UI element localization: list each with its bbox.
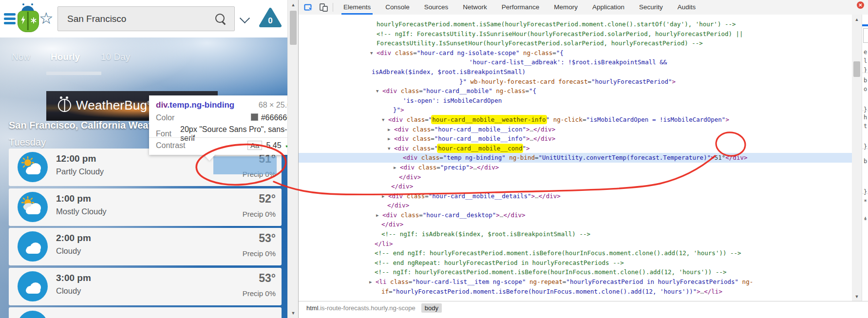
hamburger-menu-icon[interactable]: [4, 13, 17, 26]
dom-node-line[interactable]: 'is-open': isMobileCardOpen: [299, 96, 852, 106]
scroll-up-icon[interactable]: ▲: [288, 2, 299, 7]
dom-node-line[interactable]: ▼<div class="hour-card__mobile__cond">: [299, 144, 852, 153]
expand-arrow-icon[interactable]: ▶: [369, 278, 376, 287]
tab-10day[interactable]: 10 Day: [101, 52, 130, 62]
alert-triangle-icon[interactable]: 0: [259, 7, 282, 28]
alert-count: 0: [268, 16, 272, 25]
dom-node-line[interactable]: </div>: [299, 220, 852, 229]
collapse-arrow-icon[interactable]: ▼: [388, 144, 394, 154]
weatherbug-logo-icon[interactable]: [17, 4, 39, 32]
scroll-down-icon[interactable]: ▼: [288, 311, 299, 316]
dom-node-line[interactable]: ▼<div class="hour-card__mobile__weather-…: [299, 115, 852, 125]
devtools-scrollbar-thumb[interactable]: [853, 61, 860, 77]
favorite-star-icon[interactable]: ☆: [39, 9, 54, 28]
chevron-down-icon[interactable]: [240, 13, 250, 23]
tooltip-color-value: #666666: [251, 113, 287, 122]
hour-time: 12:00 pm: [56, 153, 96, 164]
dom-node-line[interactable]: }" wb-hourly-forecast-card forecast="hou…: [299, 77, 852, 87]
weatherbug-app: ☆ 0 Now Hourly 10 Day WeatherBug®: [0, 0, 287, 318]
tooltip-contrast-value: Aa5.45✓: [247, 141, 287, 150]
collapse-arrow-icon[interactable]: ▼: [382, 115, 388, 125]
dom-node-line[interactable]: ▼<div class="hour-card ng-isolate-scope"…: [299, 48, 852, 58]
active-tab-underline: [46, 72, 101, 75]
ladybug-icon: [58, 99, 71, 112]
search-input[interactable]: [66, 7, 214, 31]
breadcrumb-html[interactable]: html.is-route-forecasts.hourly.ng-scope: [306, 304, 415, 312]
expand-arrow-icon[interactable]: ▶: [388, 125, 394, 135]
dom-node-line[interactable]: 'hour-card-list__adbreak': !$root.isBrea…: [299, 57, 852, 67]
tab-now[interactable]: Now: [12, 52, 30, 62]
tooltip-caret: [204, 154, 215, 161]
tab-elements[interactable]: Elements: [343, 0, 371, 15]
dom-node-line[interactable]: </li>: [299, 239, 852, 249]
hour-card[interactable]: 1:00 pmMostly Cloudy52°Precip 0%: [9, 188, 282, 226]
expand-arrow-icon[interactable]: ▶: [376, 211, 382, 221]
collapse-arrow-icon[interactable]: ▼: [370, 49, 377, 58]
tab-audits[interactable]: Audits: [678, 0, 696, 15]
dom-node-line[interactable]: }">: [299, 105, 852, 115]
clipped-style-text: *: [864, 198, 867, 205]
style-rule-divider: [862, 111, 868, 111]
inspect-element-icon[interactable]: [303, 2, 314, 13]
tooltip-contrast-label: Contrast: [156, 141, 185, 150]
device-toolbar-icon[interactable]: [318, 2, 329, 13]
tooltip-selector: div.temp.ng-binding: [156, 100, 234, 110]
hour-condition: Cloudy: [56, 286, 81, 296]
hour-card[interactable]: [9, 307, 282, 318]
dom-node-line[interactable]: </div>: [299, 201, 852, 210]
clipped-style-text: o: [864, 86, 867, 93]
dom-node-line[interactable]: ▶<div class="hour-card__desktop">…</div>: [299, 210, 852, 220]
unknown-icon: [18, 311, 48, 318]
hour-card[interactable]: 3:00 pmCloudy53°Precip 0%: [9, 268, 282, 305]
search-icon[interactable]: [215, 14, 225, 23]
dom-node-line[interactable]: ▶<li class="hour-card-list__item ng-scop…: [299, 277, 852, 287]
scroll-up-icon[interactable]: ▲: [852, 17, 862, 22]
dom-node-line[interactable]: <!-- ngIf: ForecastsUtility.IsSunriseHou…: [299, 29, 852, 39]
dom-node-line[interactable]: ▼<div class="hour-card__mobile" ng-class…: [299, 86, 852, 96]
selected-dom-node[interactable]: <div class="temp ng-binding" ng-bind="Un…: [299, 153, 852, 163]
tab-console[interactable]: Console: [385, 0, 410, 15]
tab-performance[interactable]: Performance: [502, 0, 539, 15]
expand-arrow-icon[interactable]: ▶: [394, 163, 400, 173]
scroll-down-icon[interactable]: ▼: [852, 294, 862, 299]
tooltip-color-label: Color: [156, 113, 174, 122]
clipped-style-text: e: [864, 49, 867, 56]
dom-node-line[interactable]: isAdbreak($index, $root.isBreakpointSmal…: [299, 67, 852, 77]
dom-node-line[interactable]: <!-- ngIf: hourlyForecastPeriod.moment.i…: [299, 267, 852, 277]
dom-node-line[interactable]: <!-- end ngIf: hourlyForecastPeriod.mome…: [299, 248, 852, 258]
dom-node-line[interactable]: hourlyForecastPeriod.moment.isSame(hourl…: [299, 19, 852, 29]
tab-application[interactable]: Application: [592, 0, 624, 15]
devtools-tabs: ElementsConsoleSourcesNetworkPerformance…: [336, 0, 703, 15]
dom-node-line[interactable]: ForecastsUtility.IsSunsetHour(hourlyFore…: [299, 38, 852, 48]
expand-arrow-icon[interactable]: ▶: [388, 134, 394, 144]
dom-node-line[interactable]: </div>: [299, 182, 852, 191]
search-box: [57, 6, 235, 31]
dom-node-line[interactable]: ▶<div class="hour-card__mobile__icon">…<…: [299, 125, 852, 134]
dom-node-line[interactable]: if="hourlyForecastPeriod.moment.isBefore…: [299, 287, 852, 297]
tooltip-font-value: 20px "Source Sans Pro", sans-serif: [180, 125, 287, 143]
collapse-arrow-icon[interactable]: ▼: [376, 87, 382, 96]
tab-security[interactable]: Security: [639, 0, 663, 15]
page-scrollbar[interactable]: ▲ ▼: [287, 0, 299, 318]
dom-node-line[interactable]: <!-- ngIf: isAdbreak($index, $root.isBre…: [299, 229, 852, 239]
dom-node-line[interactable]: <!-- end ngRepeat: hourlyForecastPeriod …: [299, 258, 852, 268]
hour-condition: Partly Cloudy: [56, 167, 104, 176]
dom-node-line[interactable]: ▶<div class="precip">…</div>: [299, 163, 852, 172]
tab-hourly[interactable]: Hourly: [51, 52, 80, 62]
error-badge[interactable]: ✕: [857, 1, 864, 9]
dom-node-line[interactable]: ▶<div class="hour-card__mobile__details"…: [299, 191, 852, 201]
dom-node-line[interactable]: ▶<div class="hour-card__mobile__info">…<…: [299, 134, 852, 144]
elements-breadcrumb-bar: html.is-route-forecasts.hourly.ng-scope …: [299, 301, 868, 314]
hour-temp: 53°: [259, 272, 276, 285]
toolbar-divider: [333, 3, 333, 12]
breadcrumb-body[interactable]: body: [421, 303, 442, 313]
screenshot-root: ☆ 0 Now Hourly 10 Day WeatherBug®: [0, 0, 868, 318]
devtools-scrollbar[interactable]: ▲ ▼: [852, 15, 862, 301]
tab-network[interactable]: Network: [463, 0, 487, 15]
tab-memory[interactable]: Memory: [554, 0, 578, 15]
dom-node-line[interactable]: </div>: [299, 172, 852, 182]
page-scrollbar-thumb[interactable]: [290, 11, 297, 45]
tab-sources[interactable]: Sources: [424, 0, 449, 15]
expand-arrow-icon[interactable]: ▶: [382, 192, 388, 202]
hour-card[interactable]: 2:00 pmCloudy53°Precip 0%: [9, 228, 282, 265]
